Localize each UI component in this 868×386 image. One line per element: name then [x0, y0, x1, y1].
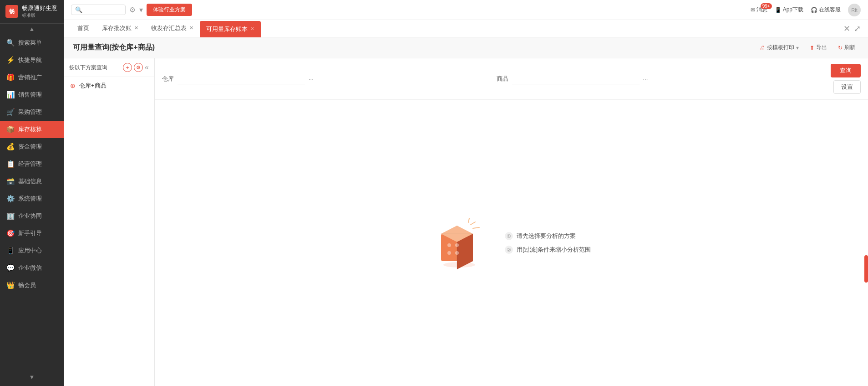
hint-text-2: 用[过滤]条件来缩小分析范围: [517, 246, 591, 254]
purchase-icon: 🛒: [6, 108, 15, 116]
tab-close-all-icon[interactable]: ✕: [843, 24, 850, 34]
page-actions: 🖨 按模板打印 ▾ ⬆ 导出 ↻ 刷新: [756, 42, 859, 53]
tab-receive-summary[interactable]: 收发存汇总表 ✕: [145, 20, 200, 37]
user-avatar: Rit: [848, 4, 861, 16]
sidebar-item-newuser[interactable]: 🎯 新手引导: [0, 225, 64, 242]
basics-icon: 🗃️: [6, 177, 15, 185]
scheme-collapse-icon[interactable]: «: [145, 63, 149, 72]
tabbar: 首页 库存批次账 ✕ 收发存汇总表 ✕ 可用量库存账本 ✕ ✕ ⤢: [64, 20, 868, 37]
sidebar-item-inventory[interactable]: 📦 库存核算: [0, 121, 64, 138]
operations-icon: 📋: [6, 160, 15, 168]
sidebar-item-apps[interactable]: 📱 应用中心: [0, 242, 64, 259]
empty-state: ① 请先选择要分析的方案 ② 用[过滤]条件来缩小分析范围: [155, 100, 868, 386]
svg-line-11: [473, 227, 479, 228]
svg-point-8: [447, 251, 451, 255]
tab-close-receive-summary[interactable]: ✕: [189, 25, 193, 31]
newuser-icon: 🎯: [6, 229, 15, 237]
scheme-header-buttons: + ⚙ «: [123, 63, 149, 72]
enterprise-icon: 🏢: [6, 212, 15, 220]
goods-filter-group: 商品 ···: [497, 73, 824, 84]
query-btn[interactable]: 查询: [831, 64, 861, 77]
topbar-search-box[interactable]: 🔍: [71, 5, 126, 15]
print-template-btn[interactable]: 🖨 按模板打印 ▾: [756, 42, 802, 53]
svg-line-12: [468, 218, 469, 222]
empty-illustration: [432, 216, 487, 270]
settings-gear-icon[interactable]: ⚙: [129, 5, 136, 14]
right-scroll-indicator: [864, 255, 868, 283]
tab-batch-ledger[interactable]: 库存批次账 ✕: [96, 20, 145, 37]
export-btn[interactable]: ⬆ 导出: [806, 42, 831, 53]
goods-more-btn[interactable]: ···: [643, 76, 648, 82]
sidebar-title: 畅康通好生意: [22, 5, 57, 12]
filter-settings-btn[interactable]: 设置: [833, 80, 861, 94]
scheme-settings-btn[interactable]: ⚙: [134, 63, 143, 72]
headset-icon: 🎧: [811, 7, 817, 13]
sidebar-item-operations[interactable]: 📋 经营管理: [0, 155, 64, 173]
svg-point-7: [455, 243, 459, 247]
wechat-icon: 💬: [6, 264, 15, 272]
scheme-header-label: 按以下方案查询: [69, 64, 107, 72]
main-area: 🔍 ⚙ ▾ 体验行业方案 ✉ 消息 99+ 📱 App下载 🎧 在线客服: [64, 0, 868, 386]
print-dropdown-icon[interactable]: ▾: [796, 45, 799, 51]
action-buttons: 查询 设置: [831, 64, 861, 94]
trial-industry-btn[interactable]: 体验行业方案: [147, 4, 192, 16]
svg-line-10: [471, 222, 475, 225]
sidebar-item-search[interactable]: 🔍 搜索菜单: [0, 34, 64, 51]
refresh-btn[interactable]: ↻ 刷新: [834, 42, 859, 53]
empty-hints: ① 请先选择要分析的方案 ② 用[过滤]条件来缩小分析范围: [505, 232, 591, 254]
sidebar-scroll-up[interactable]: ▲: [0, 24, 64, 34]
sidebar-item-enterprise[interactable]: 🏢 企业协同: [0, 207, 64, 225]
sidebar-item-member[interactable]: 👑 畅会员: [0, 277, 64, 294]
sidebar-item-marketing[interactable]: 🎁 营销推广: [0, 69, 64, 86]
marketing-icon: 🎁: [6, 73, 15, 82]
tab-expand-icon[interactable]: ⤢: [854, 24, 861, 34]
scheme-add-btn[interactable]: +: [123, 63, 132, 72]
app-download-btn[interactable]: 📱 App下载: [775, 6, 803, 14]
warehouse-input[interactable]: [178, 73, 305, 84]
sidebar-item-purchase[interactable]: 🛒 采购管理: [0, 103, 64, 121]
mobile-icon: 📱: [775, 7, 782, 13]
warehouse-filter-group: 仓库 ···: [162, 73, 489, 84]
empty-box-svg: [432, 216, 487, 270]
sidebar-subtitle: 标准版: [22, 12, 57, 19]
sidebar-item-finance[interactable]: 💰 资金管理: [0, 138, 64, 155]
user-menu-btn[interactable]: Rit: [848, 4, 861, 16]
svg-point-9: [455, 251, 459, 255]
export-icon: ⬆: [810, 45, 814, 51]
hint-item-2: ② 用[过滤]条件来缩小分析范围: [505, 246, 591, 254]
hint-number-1: ①: [505, 232, 513, 240]
tab-close-available-ledger[interactable]: ✕: [250, 26, 254, 32]
message-badge: 99+: [761, 3, 772, 9]
print-icon: 🖨: [760, 45, 765, 51]
page-title: 可用量查询(按仓库+商品): [73, 43, 155, 52]
sidebar-item-wechat[interactable]: 💬 企业微信: [0, 259, 64, 277]
tab-close-batch-ledger[interactable]: ✕: [134, 25, 138, 31]
sidebar-item-quicknav[interactable]: ⚡ 快捷导航: [0, 51, 64, 69]
sidebar-item-basics[interactable]: 🗃️ 基础信息: [0, 173, 64, 190]
scheme-item-warehouse-goods[interactable]: ⊕ 仓库+商品: [64, 77, 154, 94]
warehouse-label: 仓库: [162, 75, 174, 83]
online-service-btn[interactable]: 🎧 在线客服: [811, 6, 841, 14]
inventory-icon: 📦: [6, 125, 15, 134]
sidebar-menu: 🔍 搜索菜单 ⚡ 快捷导航 🎁 营销推广 📊 销售管理 🛒 采购管理 📦 库存核…: [0, 34, 64, 368]
goods-input[interactable]: [512, 73, 640, 84]
sidebar-scroll-down[interactable]: ▼: [0, 372, 64, 382]
query-area: 仓库 ··· 商品 ··· 查询 设置: [155, 58, 868, 386]
topbar: 🔍 ⚙ ▾ 体验行业方案 ✉ 消息 99+ 📱 App下载 🎧 在线客服: [64, 0, 868, 20]
message-btn[interactable]: ✉ 消息 99+: [751, 6, 767, 14]
sidebar-item-system[interactable]: ⚙️ 系统管理: [0, 190, 64, 207]
search-icon: 🔍: [6, 39, 15, 47]
sidebar-item-sales[interactable]: 📊 销售管理: [0, 86, 64, 103]
hint-number-2: ②: [505, 246, 513, 254]
page-header: 可用量查询(按仓库+商品) 🖨 按模板打印 ▾ ⬆ 导出 ↻ 刷新: [64, 37, 868, 58]
tab-home[interactable]: 首页: [71, 20, 96, 37]
topbar-left: 🔍 ⚙ ▾ 体验行业方案: [71, 4, 192, 16]
topbar-search-input[interactable]: [84, 7, 121, 13]
dropdown-arrow-icon[interactable]: ▾: [139, 5, 143, 14]
tabbar-right: ✕ ⤢: [843, 24, 861, 34]
warehouse-more-btn[interactable]: ···: [309, 76, 314, 82]
hint-item-1: ① 请先选择要分析的方案: [505, 232, 591, 240]
tab-available-ledger[interactable]: 可用量库存账本 ✕: [200, 21, 261, 38]
message-icon: ✉: [751, 7, 755, 13]
sales-icon: 📊: [6, 91, 15, 99]
